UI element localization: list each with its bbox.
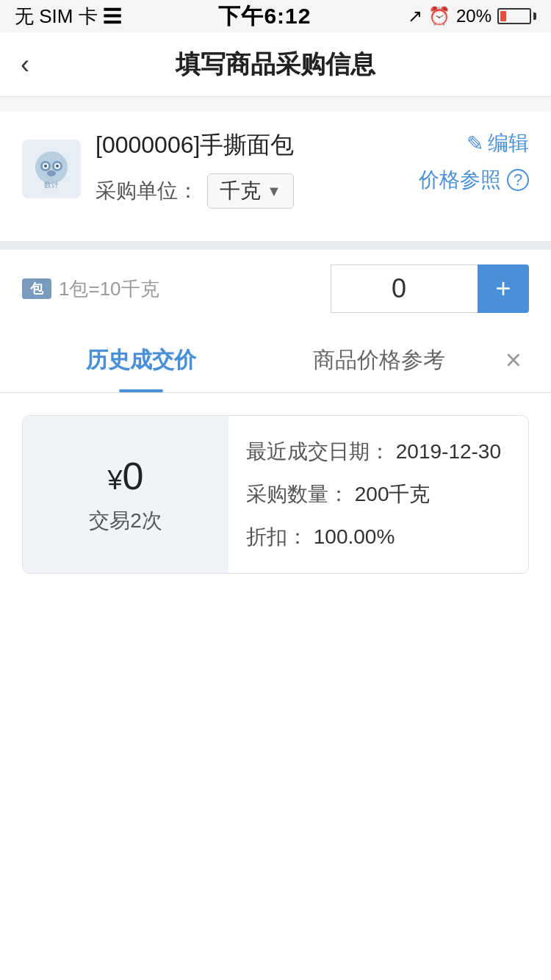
tab-active-indicator — [119, 389, 163, 392]
pkg-conversion: 1包=10千克 — [59, 276, 159, 302]
unit-selector[interactable]: 千克 ▼ — [207, 173, 294, 209]
quantity-row: 包 1包=10千克 + — [0, 250, 551, 328]
status-time: 下午6:12 — [218, 1, 311, 32]
status-right: ↗ ⏰ 20% — [408, 6, 536, 26]
sim-text: 无 SIM 卡 ☰ — [15, 4, 122, 29]
product-info: [0000006]手撕面包 采购单位： 千克 ▼ — [96, 129, 294, 209]
section-divider — [0, 241, 551, 250]
product-unit-row: 采购单位： 千克 ▼ — [96, 173, 294, 209]
battery-indicator — [497, 8, 536, 24]
price-card-right: 最近成交日期： 2019-12-30 采购数量： 200千克 折扣： 100.0… — [228, 416, 528, 573]
product-name: [0000006]手撕面包 — [96, 129, 294, 162]
close-panel-button[interactable]: × — [498, 345, 529, 376]
price-amount: ¥0 — [108, 454, 144, 498]
svg-point-6 — [56, 165, 59, 167]
quantity-input[interactable] — [331, 264, 478, 313]
history-price-content: ¥0 交易2次 最近成交日期： 2019-12-30 采购数量： 200千克 折… — [0, 393, 551, 596]
trade-count: 交易2次 — [89, 507, 162, 535]
product-right: ✎ 编辑 价格参照 ? — [419, 129, 529, 188]
quantity-input-group: + — [331, 264, 529, 313]
product-header: 数计 [0000006]手撕面包 采购单位： 千克 ▼ ✎ 编辑 — [22, 129, 529, 209]
empty-area — [0, 596, 551, 980]
price-card-left: ¥0 交易2次 — [23, 416, 228, 573]
bottom-panel: 历史成交价 商品价格参考 × ¥0 交易2次 最近成交日期： 2019-12-3… — [0, 328, 551, 596]
help-icon[interactable]: ? — [507, 169, 529, 191]
product-thumbnail: 数计 — [22, 140, 81, 198]
svg-point-7 — [47, 170, 56, 176]
quantity-plus-button[interactable]: + — [478, 264, 529, 313]
svg-point-5 — [44, 165, 47, 167]
svg-point-0 — [35, 151, 68, 184]
unit-label: 采购单位： — [96, 177, 198, 205]
purchase-qty-row: 采购数量： 200千克 — [246, 479, 511, 510]
quantity-label: 包 1包=10千克 — [22, 276, 159, 302]
tab-bar: 历史成交价 商品价格参考 × — [0, 328, 551, 393]
status-bar: 无 SIM 卡 ☰ 下午6:12 ↗ ⏰ 20% — [0, 0, 551, 32]
price-ref-link[interactable]: 价格参照 — [419, 166, 501, 194]
unit-dropdown-icon: ▼ — [267, 183, 281, 200]
tab-price-reference[interactable]: 商品价格参考 — [260, 328, 498, 392]
location-icon: ↗ — [408, 6, 422, 26]
battery-percent: 20% — [456, 6, 491, 26]
product-left: 数计 [0000006]手撕面包 采购单位： 千克 ▼ — [22, 129, 294, 209]
product-card: 数计 [0000006]手撕面包 采购单位： 千克 ▼ ✎ 编辑 — [0, 112, 551, 241]
package-icon: 包 — [22, 278, 51, 299]
edit-button[interactable]: ✎ 编辑 — [467, 129, 529, 157]
page-title: 填写商品采购信息 — [176, 48, 375, 82]
price-card: ¥0 交易2次 最近成交日期： 2019-12-30 采购数量： 200千克 折… — [22, 415, 529, 574]
nav-bar: ‹ 填写商品采购信息 — [0, 32, 551, 97]
svg-text:数计: 数计 — [44, 181, 59, 189]
edit-icon: ✎ — [467, 131, 483, 156]
tab-history-price[interactable]: 历史成交价 — [22, 328, 260, 392]
back-button[interactable]: ‹ — [21, 49, 29, 80]
discount-row: 折扣： 100.00% — [246, 522, 511, 552]
product-image: 数计 — [29, 147, 73, 191]
price-ref-row: 价格参照 ? — [419, 166, 529, 194]
status-left: 无 SIM 卡 ☰ — [15, 4, 122, 29]
recent-date-row: 最近成交日期： 2019-12-30 — [246, 436, 511, 467]
alarm-icon: ⏰ — [428, 6, 450, 26]
